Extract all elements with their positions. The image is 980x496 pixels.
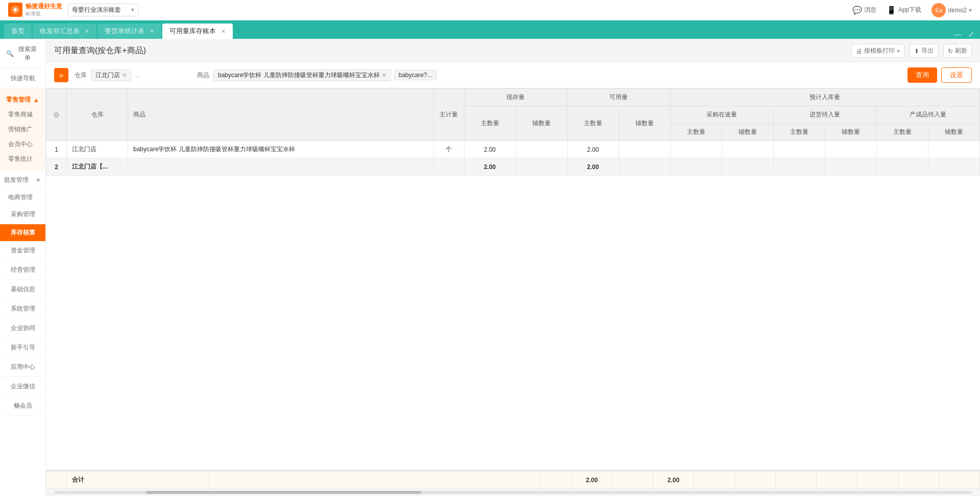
export-btn[interactable]: ⬆ 导出 bbox=[910, 44, 938, 58]
sidebar-item-wholesale[interactable]: 批发管理 ▼ bbox=[0, 171, 45, 190]
message-btn[interactable]: 💬 消息 bbox=[852, 6, 876, 15]
avatar: Ea bbox=[932, 3, 946, 17]
footer-production-main bbox=[898, 471, 939, 489]
logo-area: 畅捷通好生意 标准版 bbox=[8, 3, 62, 17]
row-1-purchase-aux bbox=[722, 141, 773, 158]
search-icon: 🔍 bbox=[6, 50, 14, 57]
refresh-btn[interactable]: ↻ 刷新 bbox=[943, 44, 972, 58]
row-1-warehouse: 江北门店 bbox=[67, 141, 128, 158]
logo-icon bbox=[8, 3, 22, 17]
th-stock-main: 主数量 bbox=[464, 106, 516, 141]
th-product: 商品 bbox=[128, 89, 434, 141]
th-purchase-aux: 辅数量 bbox=[722, 124, 773, 141]
sidebar-item-purchase[interactable]: 采购管理 bbox=[0, 205, 45, 224]
sidebar-item-marketing[interactable]: 营销推广 bbox=[4, 122, 41, 137]
sidebar-item-enterprise[interactable]: 企业协同 bbox=[0, 319, 45, 338]
warehouse-tag-0-close[interactable]: ✕ bbox=[122, 72, 127, 79]
sidebar-item-system[interactable]: 系统管理 bbox=[0, 299, 45, 319]
filter-actions: 查询 设置 bbox=[908, 67, 972, 83]
logo-text-area: 畅捷通好生意 标准版 bbox=[26, 3, 62, 17]
row-2-incoming-aux bbox=[825, 158, 876, 176]
row-2-product bbox=[128, 158, 434, 176]
sidebar-item-retail-stats[interactable]: 零售统计 bbox=[4, 152, 41, 167]
th-available-aux: 辅数量 bbox=[619, 106, 670, 141]
print-dropdown-icon: ▾ bbox=[897, 48, 900, 55]
tab-order-stats-close[interactable]: ✕ bbox=[150, 28, 154, 35]
row-1-production-main bbox=[876, 141, 928, 158]
content-area: 可用量查询(按仓库+商品) 🖨 按模板打印 ▾ ⬆ 导出 ↻ 刷新 bbox=[46, 39, 980, 496]
row-2-stock-main: 2.00 bbox=[464, 158, 516, 176]
top-bar-right: 💬 消息 📱 App下载 Ea demo2 ▾ bbox=[852, 3, 972, 17]
row-1-available-main: 2.00 bbox=[567, 141, 619, 158]
footer-label: 合计 bbox=[67, 471, 209, 489]
product-tag-0-close[interactable]: ✕ bbox=[382, 72, 386, 79]
th-production-aux: 辅数量 bbox=[928, 124, 979, 141]
nav-tabs: 首页 收发存汇总表 ✕ 要货单统计表 ✕ 可用量库存账本 ✕ — ⤢ bbox=[0, 20, 980, 39]
refresh-icon: ↻ bbox=[948, 48, 953, 55]
th-index: ⚙ bbox=[46, 89, 67, 141]
tab-home[interactable]: 首页 bbox=[4, 23, 32, 39]
tab-available-inventory[interactable]: 可用量库存账本 ✕ bbox=[162, 23, 233, 39]
th-incoming-group: 进货待入量 bbox=[773, 106, 876, 124]
minimize-btn[interactable]: — bbox=[953, 30, 963, 39]
user-menu[interactable]: Ea demo2 ▾ bbox=[932, 3, 972, 17]
row-2-available-aux bbox=[619, 158, 670, 176]
warehouse-filter-label: 仓库 bbox=[75, 71, 87, 80]
row-2-purchase-main bbox=[670, 158, 722, 176]
industry-select[interactable]: 母婴行业演示账套 ▾ bbox=[67, 4, 139, 16]
sidebar-search-btn[interactable]: 🔍 搜索菜单 bbox=[4, 43, 41, 64]
app-download-btn[interactable]: 📱 App下载 bbox=[887, 6, 921, 15]
sidebar-item-apps[interactable]: 应用中心 bbox=[0, 358, 45, 377]
scrollbar-track[interactable] bbox=[54, 491, 972, 494]
table-footer: 合计 2.00 2.00 bbox=[46, 470, 980, 489]
app-icon: 📱 bbox=[887, 6, 896, 15]
logo-text: 畅捷通好生意 bbox=[26, 3, 62, 10]
sidebar-item-wechat[interactable]: 企业微信 bbox=[0, 377, 45, 396]
setting-btn[interactable]: 设置 bbox=[941, 67, 972, 83]
row-1-product: babycare学饮杯 儿童防摔防撞吸管杯重力球吸嘴杯宝宝水杯 bbox=[128, 141, 434, 158]
sidebar-item-base[interactable]: 基础信息 bbox=[0, 280, 45, 299]
sidebar-item-members[interactable]: 会员中心 bbox=[4, 137, 41, 152]
row-1-incoming-aux bbox=[825, 141, 876, 158]
sidebar-item-retail-mall[interactable]: 零售商城 bbox=[4, 107, 41, 122]
sidebar-item-newguide[interactable]: 新手引导 bbox=[0, 338, 45, 358]
page-title: 可用量查询(按仓库+商品) bbox=[54, 45, 146, 56]
tab-income-summary[interactable]: 收发存汇总表 ✕ bbox=[33, 23, 96, 39]
warehouse-tags: 江北门店 ✕ ... bbox=[91, 69, 193, 81]
sidebar-item-quick-nav[interactable]: 快捷导航 bbox=[0, 69, 45, 88]
row-2-production-main bbox=[876, 158, 928, 176]
query-btn[interactable]: 查询 bbox=[908, 67, 937, 83]
sidebar-item-ecommerce[interactable]: 电商管理 bbox=[0, 190, 45, 205]
row-1-stock-main: 2.00 bbox=[464, 141, 516, 158]
row-1-purchase-main bbox=[670, 141, 722, 158]
sidebar-item-vip[interactable]: 畅会员 bbox=[0, 396, 45, 416]
footer-stock-main: 2.00 bbox=[572, 471, 612, 489]
row-2-production-aux bbox=[928, 158, 979, 176]
tab-order-stats[interactable]: 要货单统计表 ✕ bbox=[97, 23, 161, 39]
window-controls: — ⤢ bbox=[953, 30, 976, 39]
th-stock-aux: 辅数量 bbox=[516, 106, 567, 141]
retail-collapse-icon: ▲ bbox=[33, 97, 39, 104]
row-2-index: 2 bbox=[46, 158, 67, 176]
sidebar-item-finance[interactable]: 资金管理 bbox=[0, 241, 45, 261]
sidebar-item-inventory[interactable]: 库存核算 bbox=[0, 224, 45, 241]
filter-area: » 仓库 江北门店 ✕ ... 商品 babycare学饮杯 儿童防摔防撞吸管杯… bbox=[46, 62, 980, 88]
filter-toggle-btn[interactable]: » bbox=[54, 68, 68, 82]
scrollbar-area bbox=[46, 489, 980, 496]
settings-gear-icon[interactable]: ⚙ bbox=[53, 111, 60, 119]
footer-available-aux bbox=[694, 471, 735, 489]
table-row: 1 江北门店 babycare学饮杯 儿童防摔防撞吸管杯重力球吸嘴杯宝宝水杯 个… bbox=[46, 141, 980, 158]
sidebar-section-retail-title[interactable]: 零售管理 ▲ bbox=[4, 92, 41, 107]
tab-income-summary-close[interactable]: ✕ bbox=[85, 28, 89, 35]
user-dropdown-icon: ▾ bbox=[969, 7, 972, 14]
footer-purchase-aux bbox=[776, 471, 817, 489]
warehouse-more[interactable]: ... bbox=[134, 72, 139, 79]
print-icon: 🖨 bbox=[856, 48, 862, 55]
print-btn[interactable]: 🖨 按模板打印 ▾ bbox=[851, 44, 904, 58]
maximize-btn[interactable]: ⤢ bbox=[967, 30, 976, 39]
th-warehouse: 仓库 bbox=[67, 89, 128, 141]
tab-available-inventory-close[interactable]: ✕ bbox=[221, 28, 226, 35]
table-row: 2 江北门店【... 2.00 2.00 bbox=[46, 158, 980, 176]
scrollbar-thumb[interactable] bbox=[146, 491, 421, 494]
sidebar-item-operation[interactable]: 经营管理 bbox=[0, 261, 45, 280]
